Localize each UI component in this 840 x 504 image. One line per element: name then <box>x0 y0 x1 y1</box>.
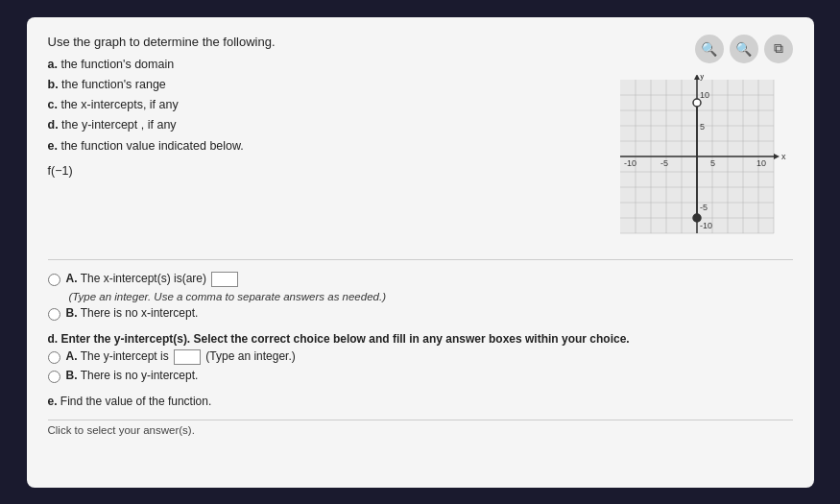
external-link-icon[interactable]: ⧉ <box>764 35 793 63</box>
section-e: e. Find the value of the function. <box>48 395 793 408</box>
x-tick-neg10: -10 <box>624 158 636 168</box>
c-a-hint: (Type an integer. Use a comma to separat… <box>69 291 793 302</box>
list-item-d: d. the y-intercept , if any <box>48 115 601 135</box>
graph-icons: 🔍 🔍 ⧉ <box>695 35 793 63</box>
item-b-label: b. <box>48 78 59 91</box>
e-label: e. <box>48 395 58 408</box>
item-a-text: the function's domain <box>60 58 174 71</box>
divider-1 <box>48 259 793 260</box>
option-d-b: B. There is no y-intercept. <box>48 369 793 383</box>
section-d-label: d. Enter the y-intercept(s). Select the … <box>48 332 793 346</box>
right-section: 🔍 🔍 ⧉ <box>611 35 793 248</box>
closed-dot-bottom <box>693 214 701 222</box>
radio-d-b[interactable] <box>48 371 60 383</box>
option-c-a: A. The x-intercept(s) is(are) <box>48 272 793 287</box>
item-d-text: the y-intercept , if any <box>61 118 177 132</box>
radio-c-b[interactable] <box>48 308 60 321</box>
list-items: a. the function's domain b. the function… <box>48 55 601 156</box>
y-tick-10: 10 <box>700 90 709 100</box>
c-b-text: There is no x-intercept. <box>81 306 199 320</box>
c-a-text: The x-intercept(s) is(are) <box>81 272 206 285</box>
y-axis-label: y <box>700 75 705 81</box>
d-label: d. <box>48 332 59 346</box>
c-a-letter: A. <box>66 272 78 285</box>
radio-c-a[interactable] <box>48 274 60 286</box>
d-a-text: The y-intercept is <box>81 349 169 363</box>
top-section: Use the graph to determine the following… <box>48 35 793 248</box>
list-item-c: c. the x-intercepts, if any <box>48 95 601 115</box>
item-a-label: a. <box>48 58 58 71</box>
y-tick-neg10: -10 <box>700 221 712 230</box>
search-icon-1[interactable]: 🔍 <box>695 35 724 63</box>
x-intercept-input-box[interactable] <box>211 272 238 287</box>
item-e-text: the function value indicated below. <box>60 139 243 153</box>
d-a-hint: (Type an integer.) <box>205 349 295 363</box>
graph-container: x y -5 5 10 -10 5 -5 10 -10 <box>611 75 793 248</box>
d-description: Enter the y-intercept(s). Select the cor… <box>61 332 630 346</box>
list-item-a: a. the function's domain <box>48 55 601 75</box>
x-axis-arrow <box>774 154 780 159</box>
coordinate-graph: x y -5 5 10 -10 5 -5 10 -10 <box>611 75 793 248</box>
y-tick-5: 5 <box>700 122 705 132</box>
d-b-letter: B. <box>66 369 78 382</box>
item-c-text: the x-intercepts, if any <box>60 98 178 111</box>
main-card: Use the graph to determine the following… <box>27 17 814 488</box>
x-tick-neg5: -5 <box>660 158 668 168</box>
section-c: A. The x-intercept(s) is(are) (Type an i… <box>48 272 793 324</box>
f-value-label: f(−1) <box>48 164 601 178</box>
footer-click-text: Click to select your answer(s). <box>48 420 793 436</box>
e-text: Find the value of the function. <box>60 395 211 408</box>
option-c-b: B. There is no x-intercept. <box>48 306 793 321</box>
x-tick-10: 10 <box>756 158 766 168</box>
section-d: d. Enter the y-intercept(s). Select the … <box>48 332 793 387</box>
list-item-b: b. the function's range <box>48 75 601 95</box>
radio-c-a-label: A. The x-intercept(s) is(are) <box>66 272 241 287</box>
y-intercept-input-box[interactable] <box>174 349 201 365</box>
radio-d-b-label: B. There is no y-intercept. <box>66 369 199 382</box>
x-axis-label: x <box>781 152 786 161</box>
radio-c-b-label: B. There is no x-intercept. <box>66 306 199 320</box>
option-d-a: A. The y-intercept is (Type an integer.) <box>48 349 793 365</box>
d-b-text: There is no y-intercept. <box>81 369 199 382</box>
item-d-label: d. <box>48 118 59 132</box>
search-icon-2[interactable]: 🔍 <box>730 35 758 63</box>
c-b-letter: B. <box>66 306 78 320</box>
d-a-letter: A. <box>66 349 78 363</box>
open-dot-top <box>693 99 701 107</box>
list-item-e: e. the function value indicated below. <box>48 136 601 156</box>
radio-d-a-label: A. The y-intercept is (Type an integer.) <box>66 349 296 365</box>
item-b-text: the function's range <box>61 78 166 91</box>
y-tick-neg5: -5 <box>700 203 708 212</box>
x-tick-5: 5 <box>710 158 715 168</box>
item-c-label: c. <box>48 98 58 111</box>
radio-d-a[interactable] <box>48 351 60 364</box>
item-e-label: e. <box>48 139 58 153</box>
instruction-text: Use the graph to determine the following… <box>48 35 601 49</box>
left-content: Use the graph to determine the following… <box>48 35 601 178</box>
